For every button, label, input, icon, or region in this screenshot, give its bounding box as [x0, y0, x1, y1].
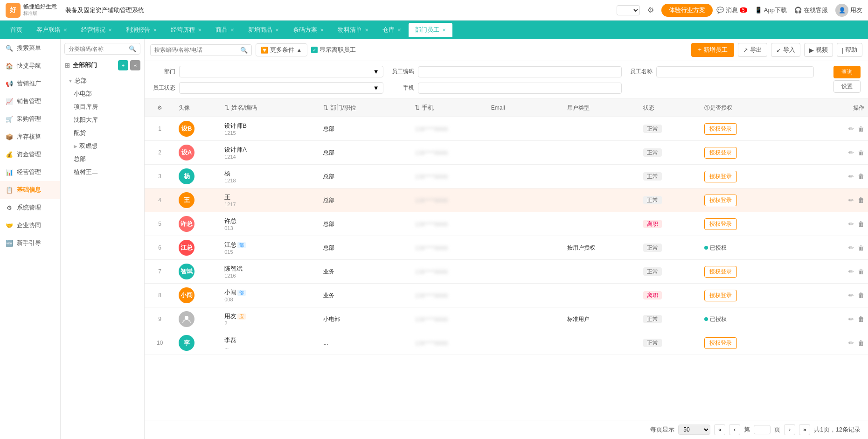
sidebar-item-search[interactable]: 🔍 搜索菜单 [0, 39, 60, 57]
tab-close-icon[interactable]: ✕ [63, 28, 67, 33]
edit-icon[interactable]: ✏ [848, 292, 854, 299]
try-industry-button[interactable]: 体验行业方案 [661, 4, 713, 17]
auth-login-button[interactable]: 授权登录 [704, 171, 737, 182]
sidebar-item-marketing[interactable]: 📢 营销推广 [0, 75, 60, 92]
next-page-button[interactable]: › [784, 424, 795, 435]
delete-icon[interactable]: 🗑 [858, 220, 864, 228]
filter-code-input[interactable] [418, 66, 622, 77]
edit-icon[interactable]: ✏ [848, 268, 854, 275]
dept-search-input[interactable] [69, 46, 127, 52]
dept-add-icon[interactable]: + [118, 60, 128, 70]
edit-icon[interactable]: ✏ [848, 173, 854, 180]
tab-operation[interactable]: 经营情况✕ [75, 23, 118, 37]
tab-home[interactable]: 首页 [4, 23, 29, 37]
dept-tree-item-zhishu[interactable]: 植树王二 [61, 166, 144, 179]
sidebar-item-system[interactable]: ⚙ 系统管理 [0, 199, 60, 216]
edit-icon[interactable]: ✏ [848, 220, 854, 228]
auth-login-button[interactable]: 授权登录 [704, 337, 737, 349]
auth-login-button[interactable]: 授权登录 [704, 195, 737, 206]
dept-tree-item-peihuo[interactable]: 配货 [61, 126, 144, 139]
dept-tree-item-general[interactable]: ▼ 总部 [61, 74, 144, 87]
auth-login-button[interactable]: 授权登录 [704, 290, 737, 301]
delete-icon[interactable]: 🗑 [858, 149, 864, 156]
sidebar-item-guide[interactable]: 🆕 新手引导 [0, 234, 60, 252]
sidebar-item-operation[interactable]: 📊 经营管理 [0, 163, 60, 181]
edit-icon[interactable]: ✏ [848, 125, 854, 132]
view-button[interactable]: ▶ 视频 [804, 43, 833, 57]
add-employee-button[interactable]: + 新增员工 [691, 43, 734, 57]
tab-bom[interactable]: 物料清单✕ [331, 23, 375, 37]
tab-close-icon[interactable]: ✕ [108, 28, 112, 33]
message-button[interactable]: 💬 消息 5 [716, 6, 747, 14]
dept-tree-item-xiaodian[interactable]: 小电部 [61, 87, 144, 100]
delete-icon[interactable]: 🗑 [858, 315, 864, 323]
tab-close-icon[interactable]: ✕ [442, 28, 446, 33]
auth-login-button[interactable]: 授权登录 [704, 218, 737, 230]
query-button[interactable]: 查询 [833, 66, 861, 78]
per-page-select[interactable]: 50 20 100 [678, 425, 710, 435]
more-filter-button[interactable]: 🔽 更多条件 ▲ [256, 43, 307, 56]
reset-button[interactable]: 设置 [833, 80, 861, 93]
app-download-button[interactable]: 📱 App下载 [755, 6, 787, 14]
employee-search-input[interactable] [154, 47, 238, 53]
sidebar-item-sales[interactable]: 📈 销售管理 [0, 92, 60, 110]
filter-phone-input[interactable] [418, 83, 622, 94]
delete-icon[interactable]: 🗑 [858, 292, 864, 299]
edit-icon[interactable]: ✏ [848, 315, 854, 323]
user-menu[interactable]: 👤 用友 [835, 4, 862, 17]
gear-icon[interactable]: ⚙ [647, 6, 654, 14]
delete-icon[interactable]: 🗑 [858, 244, 864, 251]
filter-dept-select[interactable]: ▼ [179, 66, 383, 77]
dept-tree-item-shenyang[interactable]: 沈阳大库 [61, 113, 144, 126]
dept-tree-item-project[interactable]: 项目库房 [61, 100, 144, 113]
tab-history[interactable]: 经营历程✕ [164, 23, 208, 37]
last-page-button[interactable]: » [799, 424, 810, 435]
export-button[interactable]: ↗ 导出 [738, 43, 767, 57]
tab-customer[interactable]: 客户联络✕ [30, 23, 74, 37]
tab-close-icon[interactable]: ✕ [230, 28, 234, 33]
help-button[interactable]: | 帮助 [837, 43, 862, 57]
first-page-button[interactable]: « [714, 424, 725, 435]
tab-new-goods[interactable]: 新增商品✕ [242, 23, 285, 37]
sidebar-item-nav[interactable]: 🏠 快捷导航 [0, 57, 60, 75]
auth-login-button[interactable]: 授权登录 [704, 147, 737, 159]
delete-icon[interactable]: 🗑 [858, 173, 864, 180]
edit-icon[interactable]: ✏ [848, 196, 854, 204]
page-number-input[interactable]: 1 [754, 425, 771, 434]
dept-tree-item-zongbu[interactable]: 总部 [61, 153, 144, 166]
tab-close-icon[interactable]: ✕ [397, 28, 401, 33]
tab-close-icon[interactable]: ✕ [198, 28, 201, 33]
prev-page-button[interactable]: ‹ [729, 424, 740, 435]
auth-login-button[interactable]: 授权登录 [704, 123, 737, 135]
tab-close-icon[interactable]: ✕ [275, 28, 279, 33]
filter-name-input[interactable] [656, 66, 814, 77]
sidebar-item-basic[interactable]: 📋 基础信息 [0, 181, 60, 199]
edit-icon[interactable]: ✏ [848, 149, 854, 156]
auth-login-button[interactable]: 授权登录 [704, 266, 737, 278]
sidebar-item-collab[interactable]: 🤝 企业协同 [0, 216, 60, 234]
edit-icon[interactable]: ✏ [848, 339, 854, 347]
delete-icon[interactable]: 🗑 [858, 196, 864, 204]
delete-icon[interactable]: 🗑 [858, 268, 864, 275]
tab-warehouse[interactable]: 仓库✕ [376, 23, 408, 37]
delete-icon[interactable]: 🗑 [858, 125, 864, 132]
tab-barcode[interactable]: 条码方案✕ [286, 23, 330, 37]
online-service-button[interactable]: 🎧 在线客服 [794, 6, 828, 14]
tab-employee[interactable]: 部门员工✕ [409, 23, 452, 37]
tab-close-icon[interactable]: ✕ [320, 28, 324, 33]
dept-tree-item-shuanglue[interactable]: ▶ 双虐想 [61, 139, 144, 153]
tab-close-icon[interactable]: ✕ [365, 28, 368, 33]
filter-status-select[interactable]: ▼ [179, 82, 383, 94]
delete-icon[interactable]: 🗑 [858, 339, 864, 347]
tab-profit[interactable]: 利润报告✕ [119, 23, 163, 37]
sidebar-item-finance[interactable]: 💰 资金管理 [0, 146, 60, 163]
sidebar-item-inventory[interactable]: 📦 库存核算 [0, 128, 60, 146]
dept-collapse-icon[interactable]: « [130, 60, 140, 70]
sys-dropdown[interactable] [617, 5, 640, 15]
tab-goods[interactable]: 商品✕ [209, 23, 241, 37]
show-leave-checkbox[interactable]: ✓ 显示离职员工 [311, 46, 356, 54]
sidebar-item-purchase[interactable]: 🛒 采购管理 [0, 110, 60, 128]
import-button[interactable]: ↙ 导入 [771, 43, 800, 57]
edit-icon[interactable]: ✏ [848, 244, 854, 251]
tab-close-icon[interactable]: ✕ [153, 28, 157, 33]
